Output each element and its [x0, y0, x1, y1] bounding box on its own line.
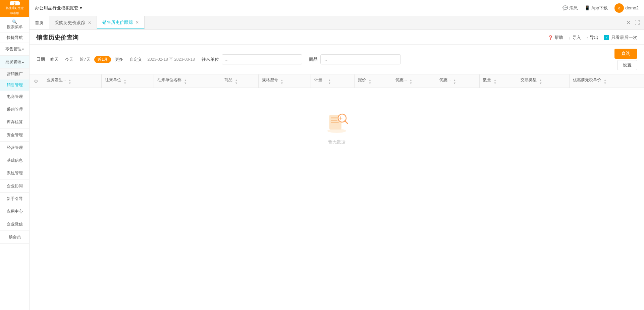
only-last-checkbox[interactable]: ✓ 只看最后一次 — [604, 35, 637, 41]
tab-purchase-history[interactable]: 采购历史价跟踪 ✕ — [49, 16, 97, 29]
tab-actions: ✕ ⛶ — [622, 16, 644, 29]
col-partner-code-label: 往来单位 — [105, 78, 121, 82]
sort-arrows-discount2: ▲▼ — [453, 79, 456, 85]
sidebar-item-enterprise-wechat[interactable]: 企业微信 — [0, 218, 29, 231]
sidebar-item-inventory[interactable]: 库存核算 — [0, 116, 29, 129]
tab-sales-history[interactable]: 销售历史价跟踪 ✕ — [97, 16, 145, 29]
message-button[interactable]: 💬 消息 — [562, 5, 578, 11]
empty-icon — [323, 108, 350, 135]
sidebar-item-system[interactable]: 系统管理 — [0, 167, 29, 180]
col-biz-date-label: 业务发生... — [47, 78, 66, 82]
goods-input[interactable]: ... — [320, 54, 401, 64]
import-label: 导入 — [572, 35, 581, 41]
sidebar-item-guide[interactable]: 新手引导 — [0, 193, 29, 205]
sidebar-item-app-center[interactable]: 应用中心 — [0, 205, 29, 218]
top-header: 办公用品行业模拟账套 ▾ 💬 消息 📱 App下载 d demo2 — [30, 0, 644, 16]
sort-arrows-quote-price: ▲▼ — [369, 79, 372, 85]
table-col-partner-name[interactable]: 往来单位名称 ▲▼ — [154, 74, 221, 88]
sort-arrows-discount1: ▲▼ — [410, 79, 413, 85]
table-col-unit[interactable]: 计量... ▲▼ — [311, 74, 354, 88]
goods-filter-group: 商品 ... — [309, 54, 401, 64]
page-content: 销售历史价查询 ❓ 帮助 ↓ 导入 ↑ 导出 ✓ 只看最后一次 — [30, 30, 644, 310]
help-button[interactable]: ❓ 帮助 — [548, 35, 563, 41]
table-col-discount1[interactable]: 优惠... ▲▼ — [392, 74, 436, 88]
wholesale-label: 批发管理 — [5, 59, 21, 65]
chevron-down-icon: ▾ — [22, 47, 24, 51]
table-col-settings[interactable]: ⚙ — [30, 74, 43, 88]
sidebar-item-sales-mgmt[interactable]: 销售管理 — [0, 80, 29, 91]
sidebar-item-wholesale[interactable]: 批发管理 ▴ — [0, 56, 29, 68]
sort-arrows-quantity: ▲▼ — [493, 79, 496, 85]
app-center-label: 应用中心 — [7, 209, 23, 214]
table-col-biz-date[interactable]: 业务发生... ▲▼ — [43, 74, 101, 88]
purchase-label: 采购管理 — [7, 107, 23, 112]
table-header: ⚙ 业务发生... ▲▼ 往来单位 ▲▼ 往来单位名称 ▲▼ — [30, 74, 644, 88]
sort-arrows-partner-code: ▲▼ — [123, 79, 126, 85]
header-left: 办公用品行业模拟账套 ▾ — [35, 5, 82, 11]
sidebar-item-quick-nav[interactable]: 快捷导航 — [0, 33, 29, 43]
date-btn-7days[interactable]: 近7天 — [77, 56, 93, 63]
guide-label: 新手引导 — [7, 196, 23, 202]
col-discount2-label: 优惠... — [439, 78, 451, 82]
date-filter-group: 日期 昨天 今天 近7天 近1月 更多 自定义 2023-02-18 至 202… — [36, 56, 195, 63]
date-btn-custom[interactable]: 自定义 — [127, 56, 145, 63]
sales-history-close-icon[interactable]: ✕ — [136, 20, 139, 24]
app-logo: 6 畅捷通好生意 标准版 — [0, 0, 29, 17]
table-col-spec[interactable]: 规格型号 ▲▼ — [258, 74, 311, 88]
purchase-history-close-icon[interactable]: ✕ — [88, 21, 91, 25]
tab-home[interactable]: 首页 — [30, 16, 49, 29]
export-button[interactable]: ↑ 导出 — [586, 35, 599, 41]
date-btn-yesterday[interactable]: 昨天 — [48, 56, 61, 63]
sidebar-item-marketing[interactable]: 营销推广 — [0, 68, 29, 80]
page-title: 销售历史价查询 — [36, 34, 78, 42]
sidebar-item-search[interactable]: 🔍 搜索菜单 — [0, 17, 29, 33]
sidebar-item-enterprise-collab[interactable]: 企业协同 — [0, 180, 29, 193]
sidebar: 6 畅捷通好生意 标准版 🔍 搜索菜单 快捷导航 零售管理 ▾ 批发管理 ▴ 营… — [0, 0, 30, 310]
svg-rect-4 — [331, 122, 339, 123]
avatar: d — [614, 3, 624, 13]
sidebar-item-basic-info[interactable]: 基础信息 — [0, 154, 29, 167]
close-all-icon[interactable]: ✕ — [626, 19, 631, 26]
col-quantity-label: 数量 — [483, 78, 491, 82]
sidebar-item-retail[interactable]: 零售管理 ▾ — [0, 43, 29, 56]
table-col-partner-code[interactable]: 往来单位 ▲▼ — [101, 74, 154, 88]
user-avatar-button[interactable]: d demo2 — [614, 3, 639, 13]
main-content: 办公用品行业模拟账套 ▾ 💬 消息 📱 App下载 d demo2 首页 — [30, 0, 644, 310]
sidebar-item-operations[interactable]: 经营管理 — [0, 142, 29, 154]
retail-label: 零售管理 — [5, 46, 21, 52]
table-col-quote-price[interactable]: 报价 ▲▼ — [355, 74, 392, 88]
date-btn-more[interactable]: 更多 — [112, 56, 126, 63]
sort-arrows-goods: ▲▼ — [235, 79, 238, 85]
operations-label: 经营管理 — [7, 145, 23, 151]
template-selector[interactable]: 办公用品行业模拟账套 ▾ — [35, 5, 82, 11]
table-col-pre-discount-price[interactable]: 优惠前无税单价 ▲▼ — [570, 74, 644, 88]
sidebar-item-purchase[interactable]: 采购管理 — [0, 103, 29, 116]
header-right: 💬 消息 📱 App下载 d demo2 — [562, 3, 639, 13]
settings-button[interactable]: 设置 — [617, 60, 637, 70]
app-download-button[interactable]: 📱 App下载 — [585, 5, 608, 11]
logo-text: 畅捷通好生意 — [6, 6, 24, 10]
sidebar-item-member[interactable]: 畅会员 — [0, 231, 29, 244]
sort-arrows-unit: ▲▼ — [328, 79, 331, 85]
maximize-icon[interactable]: ⛶ — [635, 20, 640, 26]
partner-input-value: ... — [225, 57, 229, 62]
table-col-quantity[interactable]: 数量 ▲▼ — [480, 74, 517, 88]
partner-filter-group: 往来单位 ... — [202, 54, 302, 64]
table-col-discount2[interactable]: 优惠... ▲▼ — [436, 74, 479, 88]
sidebar-item-ecommerce[interactable]: 电商管理 — [0, 91, 29, 103]
table-col-goods[interactable]: 商品 ▲▼ — [221, 74, 258, 88]
date-btn-today[interactable]: 今天 — [62, 56, 76, 63]
import-button[interactable]: ↓ 导入 — [569, 35, 581, 41]
page-actions: ❓ 帮助 ↓ 导入 ↑ 导出 ✓ 只看最后一次 — [548, 35, 637, 41]
table-col-trade-type[interactable]: 交易类型 ▲▼ — [517, 74, 570, 88]
date-btn-1month[interactable]: 近1月 — [94, 56, 111, 63]
wholesale-sub-items: 营销推广 销售管理 — [0, 68, 29, 91]
gear-icon[interactable]: ⚙ — [34, 79, 38, 84]
empty-state: 暂无数据 — [30, 88, 644, 165]
sales-mgmt-label: 销售管理 — [7, 83, 23, 87]
username-label: demo2 — [625, 5, 639, 10]
partner-input[interactable]: ... — [222, 54, 302, 64]
help-label: 帮助 — [554, 35, 563, 41]
sidebar-item-finance[interactable]: 资金管理 — [0, 129, 29, 142]
query-button[interactable]: 查询 — [614, 49, 637, 59]
